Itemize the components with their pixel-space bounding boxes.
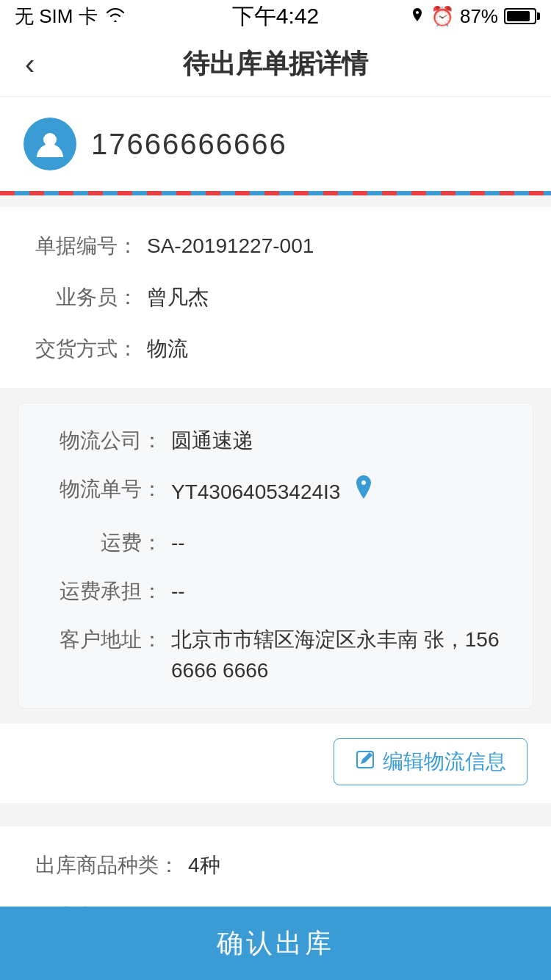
section-gap-1 bbox=[0, 803, 551, 815]
freight-bearer-row: 运费承担： -- bbox=[48, 576, 503, 607]
status-bar-left: 无 SIM 卡 bbox=[15, 4, 126, 29]
wifi-icon bbox=[105, 5, 126, 28]
delivery-value: 物流 bbox=[147, 334, 516, 364]
battery-text: 87% bbox=[460, 5, 498, 28]
address-value: 北京市市辖区海淀区永丰南 张，156 6666 6666 bbox=[171, 624, 503, 686]
freight-label: 运费： bbox=[48, 527, 162, 558]
status-bar-time: 下午4:42 bbox=[232, 1, 319, 32]
logistics-company-row: 物流公司： 圆通速递 bbox=[48, 425, 503, 456]
goods-types-row: 出库商品种类： 4种 bbox=[35, 850, 516, 881]
status-bar: 无 SIM 卡 下午4:42 ⏰ 87% bbox=[0, 0, 551, 32]
edit-icon bbox=[355, 749, 375, 775]
dashed-divider bbox=[0, 191, 551, 195]
address-label: 客户地址： bbox=[48, 624, 162, 655]
tracking-number-row: 物流单号： YT43064053424I3 bbox=[48, 474, 503, 510]
location-status-icon bbox=[410, 5, 425, 28]
customer-header: 17666666666 bbox=[0, 97, 551, 191]
document-number-label: 单据编号： bbox=[35, 231, 138, 262]
order-info-section: 单据编号： SA-20191227-001 业务员： 曾凡杰 交货方式： 物流 bbox=[0, 207, 551, 388]
status-bar-right: ⏰ 87% bbox=[410, 5, 536, 28]
alarm-icon: ⏰ bbox=[431, 5, 454, 28]
tracking-number-value: YT43064053424I3 bbox=[171, 474, 503, 510]
edit-logistics-button[interactable]: 编辑物流信息 bbox=[334, 738, 527, 785]
confirm-label: 确认出库 bbox=[217, 926, 334, 962]
carrier-text: 无 SIM 卡 bbox=[15, 4, 98, 29]
document-number-row: 单据编号： SA-20191227-001 bbox=[35, 231, 516, 262]
confirm-button[interactable]: 确认出库 bbox=[0, 907, 551, 980]
goods-types-label: 出库商品种类： bbox=[35, 850, 179, 881]
freight-bearer-label: 运费承担： bbox=[48, 576, 162, 607]
customer-avatar bbox=[24, 118, 76, 170]
back-button[interactable]: ‹ bbox=[18, 40, 42, 88]
document-number-value: SA-20191227-001 bbox=[147, 231, 516, 262]
goods-types-value: 4种 bbox=[188, 850, 516, 881]
agent-row: 业务员： 曾凡杰 bbox=[35, 282, 516, 313]
freight-value: -- bbox=[171, 527, 503, 558]
logistics-company-value: 圆通速递 bbox=[171, 425, 503, 456]
delivery-label: 交货方式： bbox=[35, 334, 138, 364]
battery-icon bbox=[504, 8, 536, 24]
nav-bar: ‹ 待出库单据详情 bbox=[0, 32, 551, 97]
tracking-location-icon[interactable] bbox=[352, 474, 375, 510]
delivery-row: 交货方式： 物流 bbox=[35, 334, 516, 364]
address-row: 客户地址： 北京市市辖区海淀区永丰南 张，156 6666 6666 bbox=[48, 624, 503, 686]
freight-row: 运费： -- bbox=[48, 527, 503, 558]
tracking-number-label: 物流单号： bbox=[48, 474, 162, 505]
logistics-company-label: 物流公司： bbox=[48, 425, 162, 456]
agent-value: 曾凡杰 bbox=[147, 282, 516, 313]
edit-logistics-label: 编辑物流信息 bbox=[383, 748, 506, 776]
freight-bearer-value: -- bbox=[171, 576, 503, 607]
edit-logistics-row: 编辑物流信息 bbox=[0, 724, 551, 803]
page-title: 待出库单据详情 bbox=[183, 46, 368, 82]
customer-phone: 17666666666 bbox=[91, 128, 287, 161]
agent-label: 业务员： bbox=[35, 282, 138, 313]
logistics-section: 物流公司： 圆通速递 物流单号： YT43064053424I3 运费： -- … bbox=[18, 403, 533, 709]
